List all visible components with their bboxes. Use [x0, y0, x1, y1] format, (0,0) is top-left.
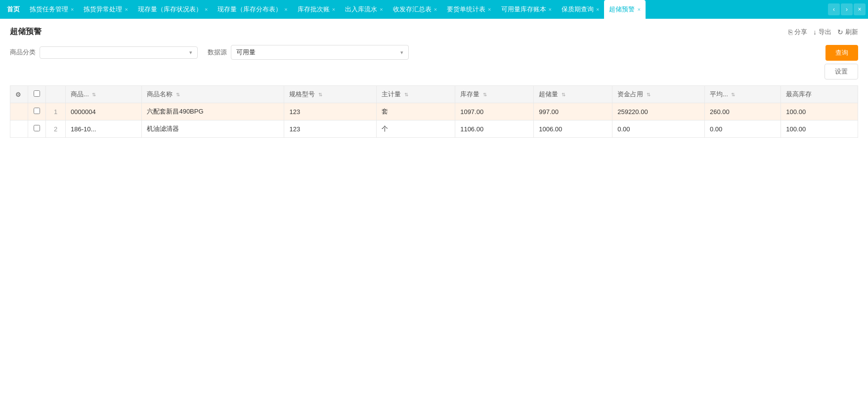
cell-overstock: 997.00: [534, 103, 612, 120]
nav-item-summary[interactable]: 收发存汇总表 ×: [388, 0, 442, 19]
close-icon[interactable]: ×: [71, 6, 74, 12]
header-product-name[interactable]: 商品名称 ⇅: [142, 86, 284, 103]
cell-product-code: 186-10...: [66, 120, 142, 138]
share-icon: ⎘: [788, 28, 792, 36]
select-all-checkbox[interactable]: [34, 90, 40, 97]
filter-actions: 查询 设置: [825, 45, 858, 79]
sort-icon: ⇅: [92, 92, 96, 97]
row-number: 2: [46, 120, 66, 138]
cell-max-stock: 100.00: [781, 103, 858, 120]
nav-item-task[interactable]: 拣货任务管理 ×: [25, 0, 79, 19]
cell-capital: 259220.00: [612, 103, 705, 120]
row-checkbox[interactable]: [34, 108, 40, 114]
cell-overstock: 1006.00: [534, 120, 612, 138]
nav-item-inventory-dist[interactable]: 现存量（库存分布表） ×: [213, 0, 292, 19]
row-checkbox[interactable]: [34, 125, 40, 131]
category-label: 商品分类: [10, 48, 36, 57]
table-row: 2 186-10... 机油滤清器 123 个 1106.00 1006.00 …: [10, 120, 858, 138]
header-unit[interactable]: 主计量 ⇅: [377, 86, 455, 103]
close-icon[interactable]: ×: [488, 6, 491, 12]
header-avg[interactable]: 平均... ⇅: [704, 86, 781, 103]
close-icon[interactable]: ×: [284, 6, 287, 12]
top-navigation: 首页 拣货任务管理 × 拣货异常处理 × 现存量（库存状况表） × 现存量（库存…: [0, 0, 868, 19]
nav-item-home[interactable]: 首页: [2, 0, 25, 19]
row-checkbox-cell[interactable]: [28, 103, 46, 120]
cell-product-name: 六配套新昌490BPG: [142, 103, 284, 120]
table-row: 1 0000004 六配套新昌490BPG 123 套 1097.00 997.…: [10, 103, 858, 120]
cell-stock: 1097.00: [455, 103, 534, 120]
header-max-stock[interactable]: 最高库存: [781, 86, 858, 103]
header-spec[interactable]: 规格型号 ⇅: [284, 86, 377, 103]
header-capital[interactable]: 资金占用 ⇅: [612, 86, 705, 103]
datasource-label: 数据源: [208, 48, 227, 57]
close-icon[interactable]: ×: [637, 6, 640, 12]
table-header-row: ⚙ 商品... ⇅ 商品名称 ⇅ 规格型号 ⇅ 主计量: [10, 86, 858, 103]
nav-next-button[interactable]: ›: [841, 3, 853, 15]
cell-spec: 123: [284, 120, 377, 138]
nav-item-shelf-life[interactable]: 保质期查询 ×: [557, 0, 604, 19]
header-actions: ⎘ 分享 ↓ 导出 ↻ 刷新: [788, 28, 858, 37]
close-icon[interactable]: ×: [596, 6, 599, 12]
close-icon[interactable]: ×: [434, 6, 437, 12]
nav-arrows: ‹ › ×: [827, 3, 866, 15]
filter-groups: 商品分类 ▾ 数据源 可用量 ▾: [10, 45, 819, 60]
header-row-num: [46, 86, 66, 103]
cell-unit: 个: [377, 120, 455, 138]
datasource-filter: 数据源 可用量 ▾: [208, 45, 409, 60]
close-icon[interactable]: ×: [332, 6, 335, 12]
header-product-code[interactable]: 商品... ⇅: [66, 86, 142, 103]
nav-item-order-stat[interactable]: 要货单统计表 ×: [442, 0, 496, 19]
close-icon[interactable]: ×: [205, 6, 208, 12]
datasource-select[interactable]: 可用量 ▾: [231, 45, 409, 60]
close-icon[interactable]: ×: [125, 6, 128, 12]
sort-icon: ⇅: [562, 92, 565, 97]
main-content: 超储预警 ⎘ 分享 ↓ 导出 ↻ 刷新 商品分类 ▾: [0, 19, 868, 395]
nav-item-overstock[interactable]: 超储预警 ×: [604, 0, 645, 19]
cell-spec: 123: [284, 103, 377, 120]
nav-item-exception[interactable]: 拣货异常处理 ×: [79, 0, 132, 19]
close-icon[interactable]: ×: [380, 6, 383, 12]
page-header: 超储预警 ⎘ 分享 ↓ 导出 ↻ 刷新: [10, 27, 858, 37]
nav-item-available[interactable]: 可用量库存账本 ×: [496, 0, 557, 19]
row-gear-cell: [10, 103, 28, 120]
export-button[interactable]: ↓ 导出: [813, 28, 831, 37]
cell-avg: 0.00: [704, 120, 781, 138]
filter-row: 商品分类 ▾ 数据源 可用量 ▾ 查询 设置: [10, 45, 858, 79]
nav-close-button[interactable]: ×: [854, 3, 866, 15]
nav-item-batch[interactable]: 库存批次账 ×: [293, 0, 340, 19]
sort-icon: ⇅: [731, 92, 735, 97]
query-button[interactable]: 查询: [825, 45, 858, 61]
row-number: 1: [46, 103, 66, 120]
refresh-button[interactable]: ↻ 刷新: [837, 28, 858, 37]
cell-capital: 0.00: [612, 120, 705, 138]
nav-prev-button[interactable]: ‹: [828, 3, 840, 15]
row-checkbox-cell[interactable]: [28, 120, 46, 138]
data-table: ⚙ 商品... ⇅ 商品名称 ⇅ 规格型号 ⇅ 主计量: [10, 85, 858, 138]
chevron-down-icon: ▾: [400, 49, 403, 56]
share-button[interactable]: ⎘ 分享: [788, 28, 807, 37]
settings-button[interactable]: 设置: [825, 64, 858, 79]
refresh-icon: ↻: [837, 28, 843, 36]
sort-icon: ⇅: [483, 92, 487, 97]
cell-product-name: 机油滤清器: [142, 120, 284, 138]
chevron-down-icon: ▾: [189, 49, 192, 56]
page-title: 超储预警: [10, 27, 42, 37]
nav-item-flow[interactable]: 出入库流水 ×: [340, 0, 388, 19]
header-overstock[interactable]: 超储量 ⇅: [534, 86, 612, 103]
cell-unit: 套: [377, 103, 455, 120]
export-icon: ↓: [813, 28, 817, 36]
gear-settings-icon[interactable]: ⚙: [10, 86, 28, 103]
sort-icon: ⇅: [404, 92, 408, 97]
sort-icon: ⇅: [647, 92, 651, 97]
close-icon[interactable]: ×: [549, 6, 552, 12]
sort-icon: ⇅: [176, 92, 180, 97]
row-gear-cell: [10, 120, 28, 138]
cell-avg: 260.00: [704, 103, 781, 120]
category-filter: 商品分类 ▾: [10, 46, 198, 59]
datasource-value: 可用量: [236, 48, 256, 57]
nav-item-inventory-status[interactable]: 现存量（库存状况表） ×: [133, 0, 213, 19]
cell-max-stock: 100.00: [781, 120, 858, 138]
category-select[interactable]: ▾: [40, 46, 198, 59]
sort-icon: ⇅: [318, 92, 322, 97]
header-stock[interactable]: 库存量 ⇅: [455, 86, 534, 103]
